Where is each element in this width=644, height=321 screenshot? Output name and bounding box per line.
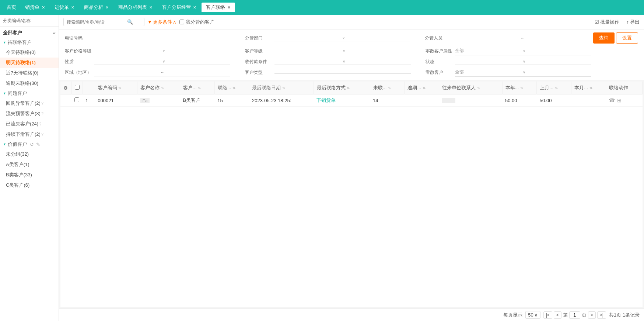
per-page-select[interactable]: 50 ∨ <box>525 311 540 319</box>
nav-tab-product-list[interactable]: 商品分析列表 ✕ <box>114 3 157 12</box>
col-last-method[interactable]: 最后联络方式 ⇅ <box>314 82 370 94</box>
nav-tab-purchase[interactable]: 进货单 ✕ <box>50 3 79 12</box>
export-btn[interactable]: ↑ 导出 <box>627 19 640 25</box>
more-conditions-btn[interactable]: ▼ 更多条件 ∧ <box>147 19 176 25</box>
col-contact[interactable]: 联络... ⇅ <box>214 82 249 94</box>
edit-icon[interactable]: ✎ <box>36 142 40 147</box>
chevron-down-icon8: ∨ <box>523 70 591 74</box>
close-tab-layer-icon[interactable]: ✕ <box>193 5 196 10</box>
col-index <box>83 82 95 94</box>
more-icon2[interactable]: ··· <box>161 70 228 75</box>
data-table: ⚙ 客户编码 ⇅ 客户名称 ⇅ 客户... ⇅ 联络... ⇅ 最后联络日期 ⇅… <box>60 82 643 107</box>
page-number-input[interactable] <box>569 311 580 319</box>
search-bar: 🔍 ▼ 更多条件 ∧ 我分管的客户 ☑ 批量操作 ↑ 导出 <box>59 15 644 30</box>
nav-home[interactable]: 首页 <box>3 3 20 12</box>
cell-name: Ea <box>137 94 180 107</box>
nav-tab-product-analysis[interactable]: 商品分析 ✕ <box>80 3 113 12</box>
cell-type: B类客户 <box>180 94 214 107</box>
filter-retail-customer-select[interactable]: 全部 ∨ <box>455 68 591 77</box>
col-code[interactable]: 客户编码 ⇅ <box>95 82 137 94</box>
sidebar-item-b-class[interactable]: B类客户(33) <box>0 170 59 180</box>
chevron-down-icon6: ∨ <box>343 59 411 63</box>
col-uncontacted[interactable]: 未联... ⇅ <box>370 82 405 94</box>
col-last-month[interactable]: 上月... ⇅ <box>537 82 571 94</box>
sidebar-collapse-icon[interactable]: « <box>53 30 56 36</box>
filter-phone-input[interactable] <box>94 34 230 42</box>
filter-price-level: 客户价格等级 ∨ <box>65 48 233 54</box>
filter-person-select[interactable]: ··· <box>454 34 590 42</box>
sidebar-item-ungroup[interactable]: 未分组(32) <box>0 149 59 159</box>
filter-price-level-select[interactable]: ∨ <box>94 48 230 54</box>
filter-person-label: 分管人员 <box>425 35 454 41</box>
next-page-btn[interactable]: > <box>588 311 596 319</box>
sidebar-all-customers-label: 全部客户 <box>3 30 22 36</box>
sidebar-group-problem[interactable]: 问题客户 <box>0 89 59 98</box>
last-page-btn[interactable]: >| <box>597 311 606 319</box>
more-icon[interactable]: ··· <box>521 35 587 41</box>
close-tab-sales-icon[interactable]: ✕ <box>42 5 45 10</box>
col-type[interactable]: 客户... ⇅ <box>180 82 214 94</box>
chevron-down-icon5: ∨ <box>162 59 231 63</box>
prev-page-btn[interactable]: < <box>554 311 561 319</box>
search-icon[interactable]: 🔍 <box>127 19 133 25</box>
close-tab-contact-icon[interactable]: ✕ <box>227 5 231 10</box>
query-button[interactable]: 查询 <box>593 32 615 44</box>
sidebar-item-today[interactable]: 今天待联络(0) <box>0 47 59 58</box>
filter-dept-select[interactable]: ∨ <box>274 35 410 41</box>
filter-retail-attr-label: 零散客户属性 <box>426 48 455 54</box>
sidebar-item-tomorrow[interactable]: 明天待联络(1) <box>0 58 59 68</box>
filter-customer-type-select[interactable] <box>274 71 410 74</box>
first-page-btn[interactable]: |< <box>543 311 552 319</box>
sidebar-group-pending[interactable]: 待联络客户 <box>0 38 59 47</box>
help-icon-churn-warning[interactable]: ? <box>41 111 43 116</box>
refresh-icon[interactable]: ↺ <box>30 142 34 147</box>
filter-region-select[interactable]: ··· <box>94 69 230 76</box>
sidebar-item-7days[interactable]: 近7天待联络(0) <box>0 68 59 78</box>
col-checkbox[interactable] <box>71 82 83 94</box>
help-icon-repurchase[interactable]: ? <box>41 101 43 106</box>
search-input[interactable] <box>67 20 126 25</box>
sidebar-group-value[interactable]: 价值客户 ↺ ✎ <box>0 139 59 149</box>
action-phone-icon[interactable]: ☎ <box>609 97 615 103</box>
reset-button[interactable]: 设置 <box>616 32 638 44</box>
nav-tab-sales[interactable]: 销货单 ✕ <box>21 3 49 12</box>
col-name[interactable]: 客户名称 ⇅ <box>137 82 180 94</box>
my-customers-checkbox-wrap[interactable]: 我分管的客户 <box>179 19 214 25</box>
batch-op-btn[interactable]: ☑ 批量操作 <box>595 19 619 25</box>
cell-code: 000021 <box>95 94 137 107</box>
cell-checkbox[interactable] <box>71 94 83 107</box>
nav-tab-customer-layer[interactable]: 客户分层经营 ✕ <box>158 3 201 12</box>
filter-status-select[interactable]: ∨ <box>455 58 591 65</box>
sidebar-item-churn-warning[interactable]: 流失预警客户(3) ? <box>0 108 59 119</box>
close-tab-analysis-icon[interactable]: ✕ <box>105 5 109 10</box>
filter-payment-select[interactable]: ∨ <box>274 58 410 65</box>
close-tab-list-icon[interactable]: ✕ <box>149 5 153 10</box>
filter-nature-select[interactable]: ∨ <box>94 58 230 65</box>
col-this-year[interactable]: 本年... ⇅ <box>502 82 537 94</box>
table-header-row: ⚙ 客户编码 ⇅ 客户名称 ⇅ 客户... ⇅ 联络... ⇅ 最后联络日期 ⇅… <box>60 82 643 94</box>
col-last-date[interactable]: 最后联络日期 ⇅ <box>249 82 314 94</box>
col-this-month[interactable]: 本月... ⇅ <box>571 82 606 94</box>
sidebar-item-churned[interactable]: 已流失客户(24) ? <box>0 119 59 129</box>
sidebar-item-c-class[interactable]: C类客户(6) <box>0 180 59 190</box>
action-grid-icon[interactable]: ⊞ <box>617 97 622 103</box>
filter-retail-customer-label: 零散客户 <box>426 69 455 76</box>
my-customers-checkbox[interactable] <box>179 20 184 24</box>
sidebar-item-overdue[interactable]: 逾期未联络(30) <box>0 78 59 89</box>
close-tab-purchase-icon[interactable]: ✕ <box>71 5 74 10</box>
sidebar-item-declining[interactable]: 持续下滑客户(2) ? <box>0 129 59 139</box>
col-contacts[interactable]: 往来单位联系人 ⇅ <box>439 82 502 94</box>
sidebar-search-input[interactable] <box>3 18 58 23</box>
sidebar-item-a-class[interactable]: A类客户(1) <box>0 159 59 170</box>
filter-retail-attr-select[interactable]: 全部 ∨ <box>455 46 591 55</box>
help-icon-declining[interactable]: ? <box>41 132 43 137</box>
select-all-checkbox[interactable] <box>75 85 80 90</box>
nav-tab-customer-contact[interactable]: 客户联络 ✕ <box>202 3 235 12</box>
sidebar-item-repurchase-abnormal[interactable]: 回购异常客户(2) ? <box>0 98 59 108</box>
filter-customer-level-select[interactable]: ∨ <box>274 48 410 54</box>
help-icon-churned[interactable]: ? <box>39 122 41 126</box>
top-navigation: 首页 销货单 ✕ 进货单 ✕ 商品分析 ✕ 商品分析列表 ✕ 客户分层经营 ✕ … <box>0 0 644 15</box>
col-overdue[interactable]: 逾期... ⇅ <box>405 82 439 94</box>
col-settings[interactable]: ⚙ <box>60 82 71 94</box>
chevron-down-icon7: ∨ <box>523 59 591 63</box>
